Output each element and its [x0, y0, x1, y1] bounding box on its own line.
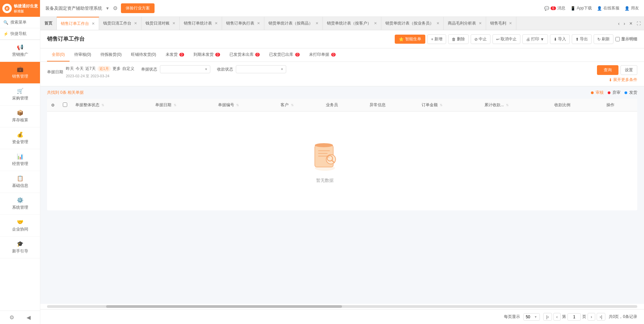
- tab-daily-clear-close[interactable]: ✕: [134, 21, 137, 26]
- date-opt-custom[interactable]: 自定义: [122, 65, 134, 72]
- sidebar-item-system[interactable]: ⚙️ 系统管理: [0, 193, 40, 215]
- tab-customer-stat-close[interactable]: ✕: [374, 21, 377, 26]
- sidebar-item-finance[interactable]: 💰 资金管理: [0, 127, 40, 149]
- tab-prev-arrow[interactable]: ‹: [616, 20, 621, 27]
- sidebar-item-purchase[interactable]: 🛒 采购管理: [0, 84, 40, 106]
- sidebar-item-newbie[interactable]: 🎓 新手引导: [0, 237, 40, 258]
- tab-salesman-stat[interactable]: 销货单统计表（按业务员） ✕: [381, 17, 444, 30]
- filter-tab-shipped-out[interactable]: 已发货已出库 0: [264, 48, 304, 62]
- online-service-item[interactable]: 👤 在线客服: [597, 5, 619, 11]
- tab-gross-profit-close[interactable]: ✕: [479, 21, 482, 26]
- message-item[interactable]: 💬 6 消息: [544, 5, 565, 11]
- payment-select[interactable]: [236, 65, 286, 73]
- tab-sales-workbench[interactable]: 销售订单工作台 ✕: [57, 17, 99, 30]
- tab-sales-stat-close[interactable]: ✕: [215, 21, 218, 26]
- th-number-sort[interactable]: ⇅: [236, 103, 239, 107]
- per-page-select[interactable]: 50 100 200: [523, 313, 540, 321]
- filter-tab-overdue-unshipped[interactable]: 到期未发货 0: [189, 48, 225, 62]
- th-cumulative-sort[interactable]: ⇅: [506, 103, 509, 107]
- cancel-stop-btn[interactable]: ↩ 取消中止: [492, 34, 520, 44]
- first-page-btn[interactable]: |‹: [543, 313, 552, 321]
- cancel-review-meta-btn[interactable]: 弃审: [608, 90, 620, 95]
- industry-btn[interactable]: 体验行业方案: [121, 3, 155, 13]
- delete-btn[interactable]: 🗑 删除: [448, 34, 469, 44]
- sidebar-collapse-icon[interactable]: ◀: [27, 314, 31, 321]
- tab-salesman-stat-close[interactable]: ✕: [436, 21, 439, 26]
- search-settings-btn[interactable]: 设置: [620, 65, 637, 75]
- select-all-checkbox[interactable]: [63, 103, 67, 107]
- tab-next-arrow[interactable]: ›: [622, 20, 627, 27]
- filter-tab-pending-pick[interactable]: 待拣验货(0): [96, 48, 126, 62]
- print-btn[interactable]: 🖨 打印 ▼: [522, 34, 548, 44]
- sidebar-settings-icon[interactable]: ⚙: [9, 314, 14, 321]
- sidebar-item-marketing[interactable]: 📢 营销推广: [0, 40, 40, 62]
- export-btn[interactable]: ⬆ 导出: [572, 34, 592, 44]
- search-menu[interactable]: 🔍 搜索菜单: [0, 17, 40, 28]
- svg-rect-6: [318, 150, 330, 151]
- tab-goods-stat[interactable]: 销货单统计表（按商品） ✕: [264, 17, 323, 30]
- quick-nav[interactable]: ⚡ 快捷导航: [0, 28, 40, 40]
- status-select[interactable]: [160, 65, 210, 73]
- tab-home[interactable]: 首页: [40, 17, 57, 30]
- page-input[interactable]: [567, 313, 581, 321]
- user-item[interactable]: 👤 用友: [625, 5, 639, 11]
- th-date-sort[interactable]: ⇅: [174, 103, 176, 107]
- tab-reconcile-close[interactable]: ✕: [172, 21, 175, 26]
- tab-sales-exec[interactable]: 销售订单执行表 ✕: [222, 17, 264, 30]
- show-detail-input[interactable]: [615, 37, 620, 41]
- tab-maximize[interactable]: ⛶: [635, 21, 642, 27]
- tab-sales-gross-close[interactable]: ✕: [509, 21, 512, 26]
- th-status-sort[interactable]: ⇅: [101, 103, 104, 107]
- smart-gen-btn[interactable]: ⭐ 智能生单: [395, 35, 425, 44]
- stop-btn[interactable]: ⊘ 中止: [471, 34, 490, 44]
- query-btn[interactable]: 查询: [597, 65, 618, 75]
- review-dot: [591, 91, 594, 94]
- date-opt-yesterday[interactable]: 昨天: [66, 65, 74, 72]
- prev-page-btn[interactable]: ‹: [553, 313, 561, 321]
- filter-tab-shipped-no-outstock[interactable]: 已发货未出库 0: [225, 48, 265, 62]
- th-checkbox[interactable]: [59, 99, 71, 112]
- tab-gross-profit[interactable]: 商品毛利分析表 ✕: [444, 17, 486, 30]
- filter-tab-unprinted[interactable]: 未打印单据 0: [304, 48, 340, 62]
- topbar-gear-icon[interactable]: ⚙: [113, 5, 118, 11]
- app-download-item[interactable]: 📱 App下载: [570, 5, 592, 11]
- tab-daily-clear[interactable]: 钱货日清工作台 ✕: [99, 17, 141, 30]
- filter-tab-unshipped[interactable]: 未发货 0: [161, 48, 189, 62]
- last-page-btn[interactable]: ›|: [597, 313, 605, 321]
- date-opt-7days[interactable]: 近7天: [85, 65, 96, 72]
- tab-goods-stat-close[interactable]: ✕: [315, 21, 318, 26]
- expand-btn[interactable]: ⬇ 展开更多条件: [609, 77, 637, 83]
- filter-tab-all[interactable]: 全部(0): [47, 48, 70, 62]
- tab-sales-stat[interactable]: 销售订单统计表 ✕: [180, 17, 222, 30]
- filter-tab-pending-review[interactable]: 待审核(0): [70, 48, 96, 62]
- tab-close-all[interactable]: ✕: [628, 21, 634, 27]
- topbar-arrow-icon[interactable]: ▼: [105, 6, 110, 11]
- show-detail-checkbox[interactable]: 显示明细: [615, 36, 637, 42]
- th-settings[interactable]: ⚙: [47, 99, 59, 112]
- tab-customer-stat[interactable]: 销货单统计表（按客户） ✕: [323, 17, 381, 30]
- sidebar-item-operations[interactable]: 📊 经营管理: [0, 149, 40, 171]
- add-btn[interactable]: + 新增: [427, 34, 446, 44]
- th-customer-sort[interactable]: ⇅: [291, 103, 294, 107]
- tab-sales-gross[interactable]: 销售毛利 ✕: [486, 17, 516, 30]
- tab-sales-workbench-close[interactable]: ✕: [92, 22, 95, 26]
- date-opt-today[interactable]: 今天: [76, 65, 84, 72]
- th-amount-sort[interactable]: ⇅: [440, 103, 442, 107]
- sidebar-item-sales[interactable]: 💼 销售管理: [0, 62, 40, 84]
- ship-meta-btn[interactable]: 发货: [625, 90, 637, 95]
- next-page-btn[interactable]: ›: [588, 313, 595, 321]
- sidebar-item-collab[interactable]: 🤝 企业协同: [0, 215, 40, 237]
- sidebar-item-basic-info[interactable]: 📋 基础信息: [0, 171, 40, 193]
- refresh-btn[interactable]: ↻ 刷新: [594, 34, 613, 44]
- date-opt-more[interactable]: 更多: [113, 65, 121, 72]
- horizontal-scrollbar[interactable]: [47, 305, 637, 308]
- filter-tab-shop-pending[interactable]: 旺铺待发货(0): [126, 48, 161, 62]
- date-opt-1month[interactable]: 近1月: [97, 66, 111, 72]
- scroll-thumb[interactable]: [106, 305, 342, 308]
- tab-sales-exec-close[interactable]: ✕: [257, 21, 260, 26]
- review-meta-btn[interactable]: 审核: [591, 90, 604, 95]
- sidebar-item-inventory[interactable]: 📦 库存核算: [0, 106, 40, 127]
- import-btn[interactable]: ⬇ 导入: [550, 34, 570, 44]
- th-ratio: 收款比例: [550, 99, 603, 112]
- tab-reconcile[interactable]: 钱货日清对账 ✕: [141, 17, 180, 30]
